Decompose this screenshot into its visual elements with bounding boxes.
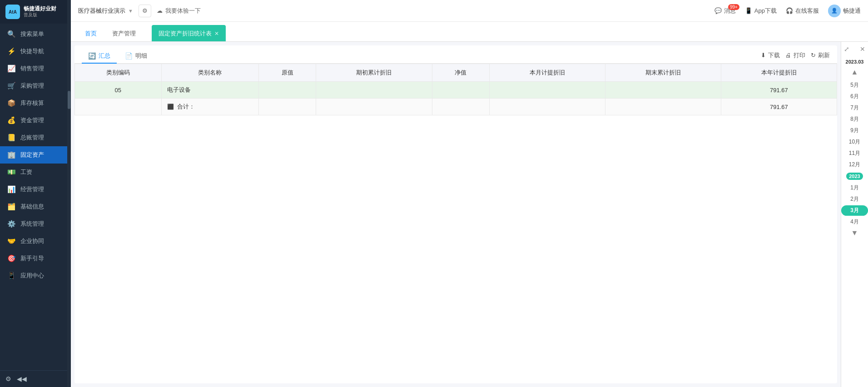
- appcenter-icon: 📱: [7, 272, 16, 280]
- download-label: 下载: [768, 51, 780, 60]
- assets-icon: 🏢: [7, 151, 16, 159]
- sidebar-item-purchase[interactable]: 🛒采购管理: [0, 77, 67, 94]
- month-item[interactable]: 11月: [841, 148, 868, 159]
- tabbar: 首页 资产管理 ✕ 固定资产折旧统计表 ✕: [71, 22, 868, 42]
- sidebar-item-funds[interactable]: 💰资金管理: [0, 112, 67, 129]
- panel-expand-button[interactable]: ⤢: [844, 45, 849, 53]
- table-row[interactable]: 05 电子设备 791.67: [75, 82, 837, 99]
- current-month-list: 1月2月3月4月: [841, 183, 868, 227]
- subtab-detail[interactable]: 📄 明细: [119, 49, 154, 64]
- settings-icon[interactable]: ⚙: [5, 375, 11, 382]
- month-item[interactable]: 1月: [841, 183, 868, 193]
- month-item[interactable]: 3月: [841, 205, 868, 216]
- operations-icon: 📊: [7, 185, 16, 194]
- row-name: 电子设备: [161, 82, 259, 99]
- sidebar-item-basic[interactable]: 🗂️基础信息: [0, 198, 67, 215]
- refresh-label: 刷新: [818, 51, 830, 60]
- sidebar-item-quicknav[interactable]: ⚡快捷导航: [0, 43, 67, 60]
- main-area: 医疗器械行业演示 ▼ ⚙ ☁ 我要体验一下 💬 消息 99+ 📱 App下载 🎧…: [71, 0, 868, 387]
- chevron-down-icon: ▼: [128, 8, 133, 14]
- experience-button[interactable]: ☁ 我要体验一下: [157, 7, 201, 15]
- depreciation-table: 类别编码 类别名称 原值 期初累计折旧 净值 本月计提折旧 期末累计折旧 本年计…: [74, 64, 837, 115]
- month-item[interactable]: 9月: [841, 125, 868, 136]
- row-net: [432, 82, 489, 99]
- year-section: 2023: [841, 170, 868, 181]
- summary-label: 汇总: [99, 52, 110, 60]
- sidebar-item-appcenter[interactable]: 📱应用中心: [0, 267, 67, 284]
- month-item[interactable]: 5月: [841, 80, 868, 90]
- sidebar-item-assets[interactable]: 🏢固定资产: [0, 146, 67, 164]
- sidebar-item-ledger[interactable]: 📒总账管理: [0, 129, 67, 146]
- message-icon: 💬: [714, 7, 722, 14]
- sidebar-item-guide[interactable]: 🎯新手引导: [0, 250, 67, 267]
- settings-button[interactable]: ⚙: [139, 5, 151, 17]
- tab-depreciation-close-icon[interactable]: ✕: [214, 30, 219, 37]
- col-code: 类别编码: [75, 64, 162, 82]
- sidebar-scroll-thumb: [68, 91, 70, 109]
- sales-icon: 📈: [7, 64, 16, 73]
- total-label-cell: [75, 99, 162, 115]
- panel-close-button[interactable]: ✕: [860, 45, 865, 53]
- username: 畅捷通: [843, 7, 861, 15]
- tab-home[interactable]: 首页: [78, 25, 104, 41]
- sidebar-item-collab[interactable]: 🤝企业协同: [0, 233, 67, 250]
- month-item[interactable]: 6月: [841, 91, 868, 102]
- refresh-icon: ↻: [811, 52, 816, 59]
- total-initial: [316, 99, 432, 115]
- total-row: ⬛ 合计： 791.67: [75, 99, 837, 115]
- month-item[interactable]: 8月: [841, 114, 868, 124]
- depreciation-tab-label: 固定资产折旧统计表: [159, 30, 212, 38]
- row-annual: 791.67: [721, 82, 837, 99]
- subtab-summary[interactable]: 🔄 汇总: [82, 49, 117, 64]
- print-icon: 🖨: [785, 52, 791, 59]
- company-selector[interactable]: 医疗器械行业演示 ▼: [78, 7, 133, 15]
- sidebar-item-sales[interactable]: 📈销售管理: [0, 60, 67, 77]
- sidebar-item-label: 经营管理: [20, 185, 44, 194]
- tab-asset-close-icon[interactable]: ✕: [139, 30, 143, 37]
- message-badge: 99+: [728, 4, 739, 10]
- month-item[interactable]: 10月: [841, 137, 868, 147]
- row-code: 05: [75, 82, 162, 99]
- month-item[interactable]: 2月: [841, 194, 868, 204]
- content-main: 🔄 汇总 📄 明细 ⬇ 下载 🖨 打印: [74, 45, 837, 383]
- next-year-button[interactable]: ▼: [849, 227, 860, 239]
- sidebar-item-inventory[interactable]: 📦库存核算: [0, 94, 67, 112]
- sidebar-item-system[interactable]: ⚙️系统管理: [0, 215, 67, 233]
- user-menu[interactable]: 👤 畅捷通: [828, 5, 861, 17]
- detail-label: 明细: [135, 52, 147, 60]
- col-name: 类别名称: [161, 64, 259, 82]
- year-label: 2023.03: [846, 59, 864, 64]
- tab-asset-mgmt[interactable]: 资产管理 ✕: [105, 25, 150, 41]
- sidebar-scrollbar[interactable]: [67, 0, 71, 387]
- month-item[interactable]: 12月: [841, 159, 868, 170]
- sidebar-item-operations[interactable]: 📊经营管理: [0, 181, 67, 198]
- purchase-icon: 🛒: [7, 82, 16, 90]
- collapse-icon[interactable]: ◀◀: [17, 375, 27, 382]
- row-period-end: [605, 82, 721, 99]
- sidebar-item-payroll[interactable]: 💵工资: [0, 164, 67, 181]
- collab-icon: 🤝: [7, 237, 16, 245]
- logo-title: 畅捷通好业财: [24, 5, 56, 12]
- refresh-button[interactable]: ↻ 刷新: [811, 51, 830, 60]
- home-tab-label: 首页: [85, 30, 97, 38]
- app-download-button[interactable]: 📱 App下载: [745, 7, 777, 15]
- tab-depreciation[interactable]: 固定资产折旧统计表 ✕: [152, 25, 226, 41]
- month-item[interactable]: 7月: [841, 103, 868, 113]
- sidebar-item-search[interactable]: 🔍搜索菜单: [0, 25, 67, 43]
- experience-label: 我要体验一下: [165, 7, 201, 15]
- print-button[interactable]: 🖨 打印: [785, 51, 805, 60]
- funds-icon: 💰: [7, 116, 16, 124]
- prev-year-button[interactable]: ▲: [849, 66, 860, 78]
- online-service-button[interactable]: 🎧 在线客服: [786, 7, 819, 15]
- topbar-right: 💬 消息 99+ 📱 App下载 🎧 在线客服 👤 畅捷通: [714, 5, 861, 17]
- month-item[interactable]: 4月: [841, 217, 868, 227]
- ledger-icon: 📒: [7, 134, 16, 142]
- search-icon: 🔍: [7, 30, 16, 38]
- guide-icon: 🎯: [7, 254, 16, 263]
- message-button[interactable]: 💬 消息 99+: [714, 7, 736, 15]
- sidebar-item-label: 总账管理: [20, 134, 44, 142]
- download-icon: ⬇: [761, 52, 766, 59]
- total-period-end: [605, 99, 721, 115]
- year-badge: 2023: [846, 173, 863, 180]
- download-button[interactable]: ⬇ 下载: [761, 51, 780, 60]
